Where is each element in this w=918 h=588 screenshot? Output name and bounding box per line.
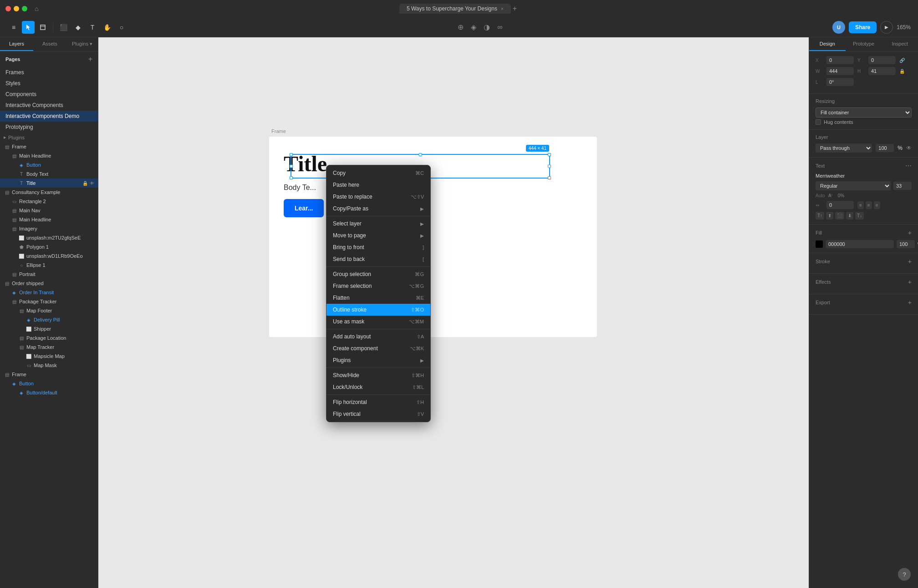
layer-main-nav[interactable]: ▤ Main Nav — [0, 206, 98, 215]
active-tab[interactable]: 5 Ways to Supercharge Your Designs × — [399, 4, 511, 14]
context-menu-flip-vertical[interactable]: Flip vertical ⇧V — [326, 408, 430, 420]
fill-opacity-input[interactable] — [897, 240, 915, 248]
effects-add-button[interactable]: + — [908, 278, 912, 286]
context-menu-copy[interactable]: Copy ⌘C — [326, 167, 430, 179]
context-menu-paste-replace[interactable]: Paste to replace ⌥⇧V — [326, 191, 430, 203]
context-menu-create-component[interactable]: Create component ⌥⌘K — [326, 343, 430, 354]
close-button[interactable] — [5, 6, 11, 11]
canvas[interactable]: Frame Title Body Te... Lear... 444 × 41 — [98, 37, 809, 588]
layer-map-footer[interactable]: ▤ Map Footer — [0, 306, 98, 315]
layer-order-shipped[interactable]: ▤ Order shipped — [0, 279, 98, 288]
align-left-button[interactable]: ≡ — [857, 201, 864, 209]
fill-hex-input[interactable] — [826, 240, 894, 248]
x-input[interactable] — [826, 56, 854, 64]
shape-tool-button[interactable]: ⬛ — [57, 21, 70, 34]
layer-imagery[interactable]: ▤ Imagery — [0, 224, 98, 233]
layer-unsplash-2[interactable]: ⬜ unsplash:wD1LRb9OeEo — [0, 251, 98, 261]
align-bottom-button[interactable]: ⬇ — [846, 212, 853, 220]
layer-shipper[interactable]: ⬜ Shipper — [0, 324, 98, 333]
layer-map-mask[interactable]: ▭ Map Mask — [0, 361, 98, 370]
layer-button-default[interactable]: ◈ Button/default — [0, 388, 98, 397]
layer-map-tracker[interactable]: ▤ Map Tracker — [0, 343, 98, 352]
layer-order-in-transit[interactable]: ◈ Order In Transit — [0, 288, 98, 297]
pen-tool-button[interactable]: ◆ — [71, 21, 84, 34]
context-menu-select-layer[interactable]: Select layer ▶ — [326, 218, 430, 230]
hamburger-menu-button[interactable]: ≡ — [7, 21, 20, 34]
context-menu-flatten[interactable]: Flatten ⌘E — [326, 292, 430, 304]
layer-polygon-1[interactable]: ⬟ Polygon 1 — [0, 242, 98, 251]
text-options-button[interactable]: ⋯ — [905, 162, 912, 169]
page-styles[interactable]: Styles — [0, 78, 98, 89]
superscript-button[interactable]: T↑ — [816, 212, 824, 220]
layer-lock-button[interactable]: 🔒 — [82, 181, 88, 186]
comment-tool-button[interactable]: ○ — [115, 21, 128, 34]
layer-portrait[interactable]: ▤ Portrait — [0, 270, 98, 279]
context-menu-plugins[interactable]: Plugins ▶ — [326, 354, 430, 366]
layers-tab[interactable]: Layers — [0, 37, 33, 51]
add-page-button[interactable]: + — [88, 55, 92, 63]
layer-ellipse-1[interactable]: ○ Ellipse 1 — [0, 261, 98, 270]
visibility-toggle[interactable]: 👁 — [906, 145, 912, 151]
share-button[interactable]: Share — [849, 21, 877, 33]
layer-rectangle-2[interactable]: ▭ Rectangle 2 — [0, 197, 98, 206]
align-center-button[interactable]: ≡ — [866, 201, 872, 209]
align-top-button[interactable]: ⬆ — [826, 212, 833, 220]
hand-tool-button[interactable]: ✋ — [101, 21, 113, 34]
page-interactive-components-demo[interactable]: Interactive Components Demo — [0, 111, 98, 122]
w-input[interactable] — [826, 67, 854, 75]
context-menu-bring-to-front[interactable]: Bring to front ] — [326, 241, 430, 253]
constrain-proportions-button[interactable]: 🔒 — [899, 69, 905, 74]
home-icon[interactable]: ⌂ — [35, 5, 38, 12]
layer-delivery-pill[interactable]: ◈ Delivery Pill — [0, 315, 98, 324]
resize-dropdown[interactable]: Fill container Fixed Hug contents — [816, 107, 912, 118]
link-dimensions-button[interactable]: 🔗 — [899, 58, 905, 63]
layer-frame-2[interactable]: ▤ Frame — [0, 370, 98, 379]
assets-tab[interactable]: Assets — [33, 37, 66, 51]
prototype-tab[interactable]: Prototype — [846, 37, 882, 51]
align-right-button[interactable]: ≡ — [874, 201, 880, 209]
tab-add-button[interactable]: + — [511, 5, 519, 13]
context-menu-add-auto-layout[interactable]: Add auto layout ⇧A — [326, 331, 430, 343]
layer-button-2[interactable]: ◈ Button — [0, 379, 98, 388]
help-button[interactable]: ? — [898, 568, 911, 581]
inspect-tab[interactable]: Inspect — [882, 37, 918, 51]
context-menu-use-as-mask[interactable]: Use as mask ⌥⌘M — [326, 316, 430, 327]
y-input[interactable] — [868, 56, 896, 64]
layer-body-text[interactable]: T Body Text — [0, 169, 98, 179]
layer-eye-button[interactable]: 👁 — [90, 181, 94, 186]
layer-main-headline[interactable]: ▤ Main Headline — [0, 151, 98, 160]
page-prototyping[interactable]: Prototyping — [0, 122, 98, 133]
context-menu-outline-stroke[interactable]: Outline stroke ⇧⌘O — [326, 304, 430, 316]
minimize-button[interactable] — [14, 6, 19, 11]
tab-close-icon[interactable]: × — [501, 6, 504, 11]
opacity-input[interactable] — [876, 144, 894, 152]
theme-icon[interactable]: ◑ — [484, 23, 490, 31]
blend-mode-select[interactable]: Pass through Normal Multiply — [816, 143, 872, 153]
layer-mapsicle-map[interactable]: ⬜ Mapsicle Map — [0, 352, 98, 361]
letter-spacing-input[interactable] — [826, 201, 854, 209]
context-menu-copy-paste-as[interactable]: Copy/Paste as ▶ — [326, 203, 430, 215]
layer-package-location[interactable]: ▤ Package Location — [0, 333, 98, 343]
play-button[interactable]: ▶ — [880, 21, 893, 34]
layer-main-headline-2[interactable]: ▤ Main Headline — [0, 215, 98, 224]
h-input[interactable] — [868, 67, 896, 75]
subscript-button[interactable]: T↓ — [855, 212, 864, 220]
design-tab[interactable]: Design — [809, 37, 846, 51]
layer-consultancy-example[interactable]: ▤ Consultancy Example — [0, 188, 98, 197]
layer-frame-1[interactable]: ▤ Frame — [0, 142, 98, 151]
maximize-button[interactable] — [22, 6, 27, 11]
export-add-button[interactable]: + — [908, 299, 912, 306]
context-menu-group-selection[interactable]: Group selection ⌘G — [326, 268, 430, 280]
align-middle-button[interactable]: ⬛ — [835, 212, 844, 220]
context-menu-paste-here[interactable]: Paste here — [326, 179, 430, 191]
frame-tool-button[interactable] — [36, 21, 49, 34]
link-icon[interactable]: ∞ — [497, 23, 502, 31]
page-frames[interactable]: Frames — [0, 67, 98, 78]
page-interactive-components[interactable]: Interactive Components — [0, 100, 98, 111]
layer-title[interactable]: T Title 🔒 👁 — [0, 179, 98, 188]
layer-unsplash-1[interactable]: ⬜ unsplash:m2TU2gfqSeE — [0, 233, 98, 242]
context-menu-send-to-back[interactable]: Send to back [ — [326, 253, 430, 265]
page-components[interactable]: Components — [0, 89, 98, 100]
text-tool-button[interactable]: T — [86, 21, 99, 34]
context-menu-flip-horizontal[interactable]: Flip horizontal ⇧H — [326, 396, 430, 408]
